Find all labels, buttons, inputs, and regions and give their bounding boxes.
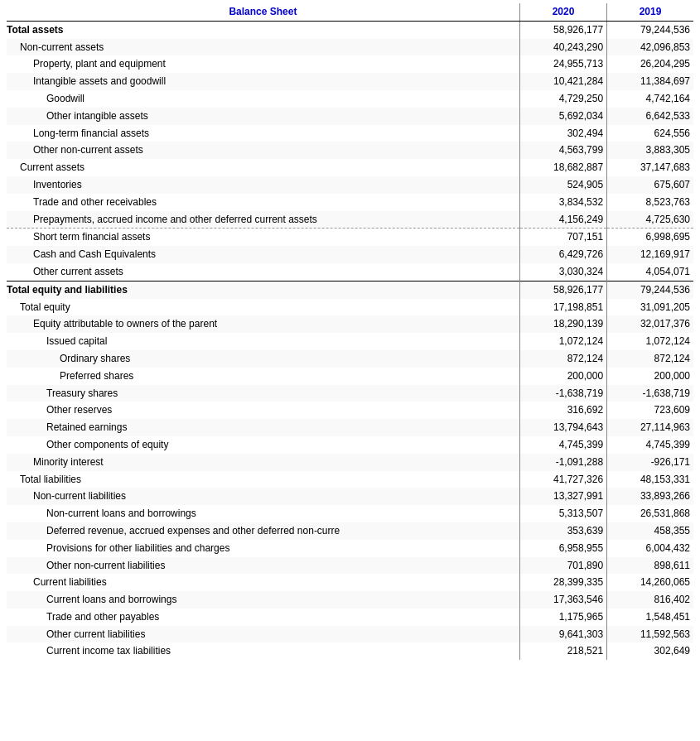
value-2019: 11,384,697 [607, 73, 693, 90]
value-2019: 4,725,630 [607, 211, 693, 229]
value-2020: 4,156,249 [519, 211, 606, 229]
header-title: Balance Sheet [7, 3, 519, 21]
value-2019: 6,998,695 [607, 229, 693, 246]
value-2019: 816,402 [607, 591, 693, 609]
row-label: Total equity and liabilities [7, 281, 519, 298]
value-2019: 4,054,071 [607, 263, 693, 281]
table-row: Total liabilities41,727,32648,153,331 [7, 471, 693, 488]
row-label: Total liabilities [7, 471, 519, 488]
table-row: Other non-current liabilities701,890898,… [7, 557, 693, 575]
row-label: Other non-current assets [7, 142, 519, 159]
table-row: Current loans and borrowings17,363,54681… [7, 591, 693, 609]
table-row: Long-term financial assets302,494624,556 [7, 125, 693, 142]
table-row: Other current liabilities9,641,30311,592… [7, 626, 693, 643]
value-2019: 4,745,399 [607, 436, 693, 454]
header-2020: 2020 [519, 3, 606, 21]
table-row: Provisions for other liabilities and cha… [7, 540, 693, 557]
row-label: Treasury shares [7, 385, 519, 402]
table-row: Deferred revenue, accrued expenses and o… [7, 522, 693, 540]
value-2019: 32,017,376 [607, 315, 693, 333]
value-2020: 41,727,326 [519, 471, 606, 488]
value-2020: 9,641,303 [519, 626, 606, 643]
value-2020: 17,363,546 [519, 591, 606, 609]
value-2020: 13,794,643 [519, 419, 606, 436]
table-row: Inventories524,905675,607 [7, 176, 693, 194]
value-2020: 4,563,799 [519, 142, 606, 159]
value-2019: 200,000 [607, 368, 693, 385]
row-label: Total equity [7, 299, 519, 316]
value-2019: 6,642,533 [607, 108, 693, 125]
value-2020: 6,958,955 [519, 540, 606, 557]
table-row: Issued capital1,072,1241,072,124 [7, 333, 693, 350]
value-2020: 701,890 [519, 557, 606, 575]
row-label: Current loans and borrowings [7, 591, 519, 609]
table-row: Total equity and liabilities58,926,17779… [7, 281, 693, 298]
row-label: Preferred shares [7, 368, 519, 385]
value-2019: 79,244,536 [607, 21, 693, 38]
value-2019: 42,096,853 [607, 39, 693, 56]
value-2020: 18,682,887 [519, 159, 606, 176]
row-label: Long-term financial assets [7, 125, 519, 142]
value-2019: 6,004,432 [607, 540, 693, 557]
table-row: Non-current assets40,243,29042,096,853 [7, 39, 693, 56]
table-row: Trade and other payables1,175,9651,548,4… [7, 609, 693, 626]
table-row: Other intangible assets5,692,0346,642,53… [7, 108, 693, 125]
value-2020: 707,151 [519, 229, 606, 246]
value-2020: 10,421,284 [519, 73, 606, 90]
value-2020: 1,072,124 [519, 333, 606, 350]
row-label: Non-current loans and borrowings [7, 505, 519, 522]
table-row: Short term financial assets707,1516,998,… [7, 229, 693, 246]
value-2020: 4,745,399 [519, 436, 606, 454]
table-row: Ordinary shares872,124872,124 [7, 350, 693, 368]
value-2019: 37,147,683 [607, 159, 693, 176]
value-2019: 458,355 [607, 522, 693, 540]
value-2020: 4,729,250 [519, 90, 606, 108]
table-row: Non-current liabilities13,327,99133,893,… [7, 488, 693, 505]
value-2019: 27,114,963 [607, 419, 693, 436]
row-label: Other non-current liabilities [7, 557, 519, 575]
value-2019: -1,638,719 [607, 385, 693, 402]
row-label: Retained earnings [7, 419, 519, 436]
value-2020: 353,639 [519, 522, 606, 540]
row-label: Short term financial assets [7, 229, 519, 246]
row-label: Issued capital [7, 333, 519, 350]
table-row: Cash and Cash Equivalents6,429,72612,169… [7, 246, 693, 263]
value-2020: 3,834,532 [519, 194, 606, 211]
value-2020: 40,243,290 [519, 39, 606, 56]
row-label: Inventories [7, 176, 519, 194]
table-row: Minority interest-1,091,288-926,171 [7, 454, 693, 471]
row-label: Non-current assets [7, 39, 519, 56]
value-2019: 11,592,563 [607, 626, 693, 643]
value-2020: -1,638,719 [519, 385, 606, 402]
table-row: Preferred shares200,000200,000 [7, 368, 693, 385]
value-2020: 302,494 [519, 125, 606, 142]
row-label: Cash and Cash Equivalents [7, 246, 519, 263]
table-row: Current liabilities28,399,33514,260,065 [7, 574, 693, 591]
row-label: Deferred revenue, accrued expenses and o… [7, 522, 519, 540]
table-row: Other non-current assets4,563,7993,883,3… [7, 142, 693, 159]
value-2020: 6,429,726 [519, 246, 606, 263]
value-2020: 316,692 [519, 402, 606, 419]
table-row: Goodwill4,729,2504,742,164 [7, 90, 693, 108]
row-label: Provisions for other liabilities and cha… [7, 540, 519, 557]
value-2020: 24,955,713 [519, 55, 606, 73]
value-2020: 18,290,139 [519, 315, 606, 333]
header-2019: 2019 [607, 3, 693, 21]
value-2019: 302,649 [607, 642, 693, 660]
value-2019: 79,244,536 [607, 281, 693, 298]
value-2019: 1,072,124 [607, 333, 693, 350]
value-2020: 5,692,034 [519, 108, 606, 125]
table-row: Total assets58,926,17779,244,536 [7, 21, 693, 38]
value-2020: -1,091,288 [519, 454, 606, 471]
value-2020: 3,030,324 [519, 263, 606, 281]
table-row: Equity attributable to owners of the par… [7, 315, 693, 333]
row-label: Other current liabilities [7, 626, 519, 643]
table-row: Property, plant and equipment24,955,7132… [7, 55, 693, 73]
table-row: Treasury shares-1,638,719-1,638,719 [7, 385, 693, 402]
table-row: Current assets18,682,88737,147,683 [7, 159, 693, 176]
table-row: Non-current loans and borrowings5,313,50… [7, 505, 693, 522]
value-2019: 624,556 [607, 125, 693, 142]
row-label: Current assets [7, 159, 519, 176]
balance-sheet-container: Balance Sheet 2020 2019 Total assets58,9… [0, 0, 700, 663]
row-label: Current liabilities [7, 574, 519, 591]
